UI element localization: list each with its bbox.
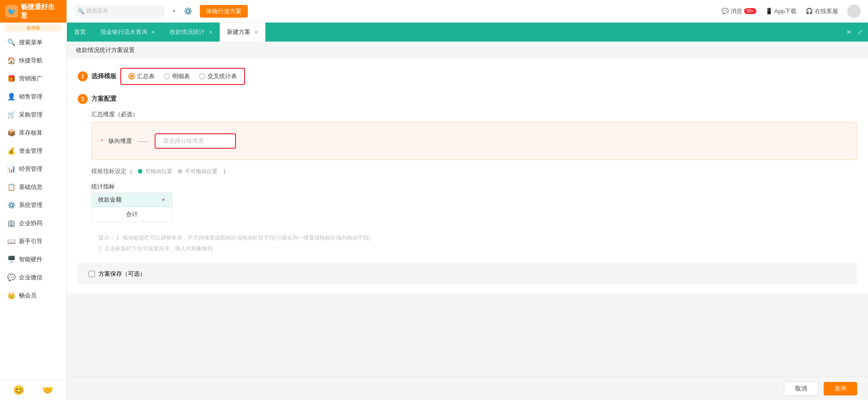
sidebar-item-purchase[interactable]: 🛒 采购管理 [0, 106, 66, 124]
tab-receipt-stats-close[interactable]: ✕ [208, 29, 212, 35]
sidebar-item-operation[interactable]: 📊 经营管理 [0, 160, 66, 178]
sidebar-item-system[interactable]: ⚙️ 系统管理 [0, 196, 66, 214]
tip-2: 2. 点击标题栏下拉可设置排序、插入列和删除列 [99, 243, 857, 254]
crown-icon: 👑 [7, 292, 15, 300]
tab-new-plan-label: 新建方案 [227, 28, 250, 36]
save-checkbox[interactable] [89, 271, 95, 277]
dimension-label-text: 汇总维度（必选） [91, 111, 138, 118]
indicator-table-header[interactable]: 收款金额 ▼ [92, 193, 172, 207]
sidebar-item-hardware[interactable]: 🖥️ 智能硬件 [0, 250, 66, 268]
save-section: 方案保存（可选） [78, 263, 857, 284]
radio-summary-circle [128, 73, 135, 80]
trial-btn[interactable]: 体验行业方案 [200, 5, 248, 18]
step1-header: 1 选择模板 汇总表 明细表 [78, 68, 857, 85]
tab-home-label: 首页 [74, 28, 86, 36]
notification-label: 消息 [731, 7, 742, 15]
sidebar-bottom-icon-right[interactable]: 🤝 [42, 385, 53, 395]
save-label: 方案保存（可选） [99, 270, 146, 278]
tab-receipt-stats[interactable]: 收款情况统计 ✕ [162, 23, 220, 42]
user-avatar[interactable] [847, 5, 861, 18]
tab-expand-icon[interactable]: ⤢ [857, 28, 863, 36]
tab-receipt-stats-label: 收款情况统计 [170, 28, 205, 36]
sidebar-item-quick-nav[interactable]: 🏠 快捷导航 [0, 52, 66, 70]
sidebar-item-inventory[interactable]: 📦 库存核算 [0, 124, 66, 142]
sidebar-item-enterprise[interactable]: 🏢 企业协同 [0, 214, 66, 232]
home-icon: 🏠 [7, 56, 15, 65]
sidebar-item-basic[interactable]: 📋 基础信息 [0, 178, 66, 196]
tab-new-plan[interactable]: 新建方案 ✕ [220, 23, 265, 42]
radio-summary[interactable]: 汇总表 [128, 72, 155, 80]
radio-cross-circle [199, 73, 205, 80]
tab-close-all-icon[interactable]: ✕ [846, 28, 852, 36]
sidebar-item-label: 快捷导航 [19, 56, 42, 65]
online-service-item[interactable]: 🎧 在线客服 [806, 7, 838, 15]
sidebar-item-label: 系统管理 [19, 201, 42, 209]
page-title-bar: 收款情况统计方案设置 [67, 42, 868, 59]
bottom-action-bar: 取消 查询 [67, 376, 868, 400]
step2-section: 2 方案配置 汇总维度（必选） * 纵向维度 —— 请选择分组维度 [78, 94, 857, 254]
tab-bank-flow[interactable]: 现金银行流水查询 ✕ [93, 23, 162, 42]
sidebar-item-label: 智能硬件 [19, 255, 42, 264]
content-area: 收款情况统计方案设置 1 选择模板 汇总表 [67, 42, 868, 376]
radio-detail-label: 明细表 [172, 72, 190, 80]
radio-detail[interactable]: 明细表 [164, 72, 190, 80]
sidebar-item-search-menu[interactable]: 🔍 搜索菜单 [0, 33, 66, 52]
step1-section: 1 选择模板 汇总表 明细表 [78, 68, 857, 85]
app-download-item[interactable]: 📱 App下载 [765, 7, 797, 15]
headphone-icon: 🎧 [806, 8, 813, 14]
chevron-down-icon[interactable]: ▼ [161, 197, 166, 202]
tab-bar-right: ✕ ⤢ [846, 28, 868, 36]
indicator-table-label: 统计指标 [91, 179, 857, 193]
notification-item[interactable]: 💬 消息 99+ [722, 7, 756, 15]
search-placeholder: 搜索菜单 [86, 7, 108, 15]
header-right: 💬 消息 99+ 📱 App下载 🎧 在线客服 [722, 5, 861, 18]
query-button[interactable]: 查询 [824, 382, 857, 395]
chart-icon: 📊 [7, 165, 15, 173]
tab-new-plan-close[interactable]: ✕ [254, 29, 258, 35]
sidebar-item-sales[interactable]: 👤 销售管理 [0, 88, 66, 106]
indicator-title: 统计指标 [91, 183, 115, 190]
sidebar-item-guide[interactable]: 📖 新手引导 [0, 232, 66, 250]
sidebar-item-member[interactable]: 👑 畅会员 [0, 287, 66, 305]
dimension-area: * 纵向维度 —— 请选择分组维度 [91, 122, 857, 160]
cart-icon: 🛒 [7, 111, 15, 119]
sidebar-item-finance[interactable]: 💰 资金管理 [0, 142, 66, 160]
message-icon: 💬 [722, 8, 729, 14]
fixed-dot [178, 169, 182, 174]
tab-bank-flow-close[interactable]: ✕ [151, 29, 155, 35]
tip-1: 提示： 1. 拖动标题栏可以调整布局，不可跨维度或指标区域拖动栏目字段(只能在同… [99, 232, 857, 243]
logo-text: 畅捷通好生意 [21, 3, 61, 20]
legend-fixed-label: 不可拖动位置 [185, 168, 217, 175]
header-search[interactable]: 🔍 搜索菜单 [74, 5, 165, 18]
sidebar-item-wechat[interactable]: 💬 企业微信 [0, 268, 66, 287]
radio-cross-label: 交叉统计表 [208, 72, 237, 80]
chat-icon: 💬 [7, 273, 15, 282]
template-select-box: 汇总表 明细表 交叉统计表 [120, 68, 245, 85]
cancel-button[interactable]: 取消 [784, 381, 818, 396]
sidebar-item-marketing[interactable]: 🎁 营销推广 [0, 70, 66, 88]
step2-title: 方案配置 [91, 95, 117, 103]
radio-cross[interactable]: 交叉统计表 [199, 72, 237, 80]
indicator-table-cell: 合计 [92, 207, 172, 221]
sidebar-logo: 🐦 畅捷通好生意 [0, 0, 66, 23]
dim-select-placeholder[interactable]: 请选择分组维度 [155, 133, 236, 149]
indicator-label-row: 模板指标设定（ 可拖动位置 不可拖动位置 ） [91, 167, 857, 175]
sidebar-bottom: 😊 🤝 [0, 380, 66, 400]
dimension-subsection: 汇总维度（必选） * 纵向维度 —— 请选择分组维度 模板指标设定（ [78, 110, 857, 254]
step1-title: 选择模板 [91, 72, 117, 80]
sidebar-item-label: 资金管理 [19, 147, 42, 155]
app-download-label: App下载 [774, 7, 797, 15]
indicator-label-text: 模板指标设定（ [91, 167, 132, 175]
dim-select-placeholder-text: 请选择分组维度 [163, 137, 204, 144]
tab-home[interactable]: 首页 [67, 23, 93, 42]
settings-icon[interactable]: ⚙️ [184, 7, 193, 15]
legend-close-paren: ） [223, 167, 229, 175]
sidebar-bottom-icon-left[interactable]: 😊 [13, 385, 24, 395]
sidebar-badge: 标准版 [5, 24, 61, 32]
sidebar-item-label: 基础信息 [19, 183, 42, 191]
logo-icon: 🐦 [5, 5, 18, 18]
monitor-icon: 🖥️ [7, 255, 15, 264]
tab-bank-flow-label: 现金银行流水查询 [100, 28, 147, 36]
clipboard-icon: 📋 [7, 183, 15, 191]
legend-fixed: 不可拖动位置 [178, 168, 217, 175]
